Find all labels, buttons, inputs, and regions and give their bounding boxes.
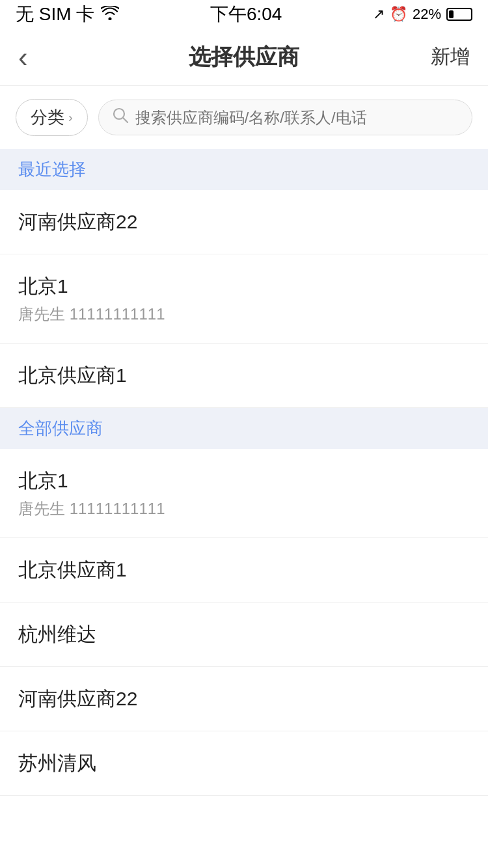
alarm-icon: ⏰: [390, 6, 407, 23]
category-button[interactable]: 分类 ›: [16, 99, 88, 136]
chevron-right-icon: ›: [68, 110, 73, 125]
list-item[interactable]: 北京1唐先生 11111111111: [0, 449, 488, 538]
back-button[interactable]: ‹: [18, 41, 57, 74]
item-sub: 唐先生 11111111111: [18, 498, 470, 519]
time-display: 下午6:04: [210, 2, 282, 27]
wifi-icon: [101, 4, 119, 25]
list-item[interactable]: 北京供应商1: [0, 538, 488, 603]
list-item[interactable]: 河南供应商22: [0, 667, 488, 731]
item-name: 北京供应商1: [18, 556, 470, 584]
page-title: 选择供应商: [189, 42, 299, 72]
recent-list: 河南供应商22北京1唐先生 11111111111北京供应商1: [0, 190, 488, 408]
item-name: 苏州清风: [18, 750, 470, 777]
svg-line-1: [123, 118, 128, 122]
carrier-wifi: 无 SIM 卡: [16, 2, 119, 27]
carrier-text: 无 SIM 卡: [16, 2, 94, 27]
search-box[interactable]: [98, 100, 472, 135]
search-input[interactable]: [135, 109, 459, 127]
all-label: 全部供应商: [18, 418, 103, 438]
status-bar: 无 SIM 卡 下午6:04 ↗ ⏰ 22%: [0, 0, 488, 29]
system-icons: ↗ ⏰ 22%: [373, 6, 472, 23]
list-item[interactable]: 苏州清风: [0, 731, 488, 796]
item-name: 杭州维达: [18, 621, 470, 648]
recent-label: 最近选择: [18, 159, 86, 179]
list-item[interactable]: 杭州维达: [0, 603, 488, 667]
list-item[interactable]: 北京1唐先生 11111111111: [0, 254, 488, 344]
battery-icon: [446, 8, 472, 21]
battery-percent: 22%: [413, 6, 441, 23]
search-icon: [112, 107, 129, 128]
all-section-header: 全部供应商: [0, 408, 488, 449]
item-name: 河南供应商22: [18, 685, 470, 712]
item-name: 河南供应商22: [18, 208, 470, 236]
item-name: 北京1: [18, 273, 470, 300]
all-list: 北京1唐先生 11111111111北京供应商1杭州维达河南供应商22苏州清风: [0, 449, 488, 796]
item-sub: 唐先生 11111111111: [18, 304, 470, 325]
nav-bar: ‹ 选择供应商 新增: [0, 29, 488, 86]
filter-bar: 分类 ›: [0, 86, 488, 149]
recent-section-header: 最近选择: [0, 149, 488, 190]
location-icon: ↗: [373, 6, 385, 23]
item-name: 北京供应商1: [18, 362, 470, 389]
add-button[interactable]: 新增: [431, 44, 470, 70]
list-item[interactable]: 北京供应商1: [0, 344, 488, 408]
category-label: 分类: [31, 106, 64, 129]
list-item[interactable]: 河南供应商22: [0, 190, 488, 254]
item-name: 北京1: [18, 467, 470, 495]
